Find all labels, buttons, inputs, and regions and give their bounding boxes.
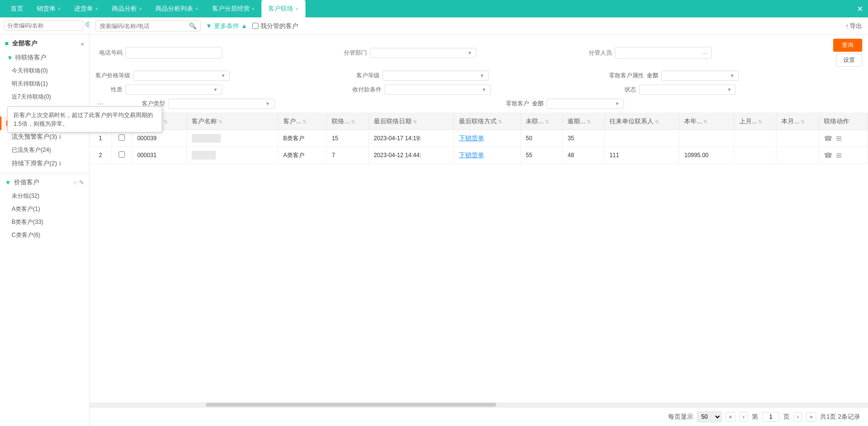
sidebar-item-today[interactable]: 今天待联络(0) bbox=[0, 64, 89, 77]
filter-label-payment: 收付款条件 bbox=[352, 86, 381, 94]
row-checkbox-2[interactable] bbox=[119, 151, 125, 158]
nav-customer-contact-close[interactable]: × bbox=[295, 0, 298, 17]
info-icon3: ℹ bbox=[59, 161, 61, 167]
nav-purchase-close[interactable]: × bbox=[95, 0, 98, 17]
nav-customer-tier[interactable]: 客户分层经营 × bbox=[205, 0, 261, 17]
nav-customer-tier-close[interactable]: × bbox=[252, 0, 255, 17]
row-checkbox-1[interactable] bbox=[119, 134, 125, 141]
th-contact-count[interactable]: 联络...⇅ bbox=[327, 113, 368, 130]
sidebar-value-customer: ▼ 价值客户 ○ ✎ bbox=[0, 175, 89, 190]
filter-input-person[interactable] bbox=[619, 49, 702, 56]
filter-select-retail-customer[interactable]: ▼ bbox=[547, 99, 624, 109]
th-last-contact-date[interactable]: 最后联络日期⇅ bbox=[368, 113, 454, 130]
action-phone-icon-2[interactable]: ☎ bbox=[824, 151, 832, 159]
nav-product-analysis-close[interactable]: × bbox=[139, 0, 142, 17]
th-overdue[interactable]: 逾期...⇅ bbox=[563, 113, 604, 130]
nav-sales[interactable]: 销货单 × bbox=[30, 0, 67, 17]
action-grid-icon-1[interactable]: ⊞ bbox=[836, 134, 842, 142]
setting-button[interactable]: 设置 bbox=[836, 54, 862, 67]
filter-more-conditions[interactable]: ▼ 更多条件 ▲ bbox=[206, 22, 247, 30]
first-page-button[interactable]: « bbox=[726, 412, 736, 422]
filter-select-nature[interactable]: ▼ bbox=[125, 85, 222, 95]
export-button[interactable]: ↑ 导出 bbox=[846, 22, 863, 30]
top-nav: 首页 销货单 × 进货单 × 商品分析 × 商品分析列表 × 客户分层经营 × … bbox=[0, 0, 868, 17]
filter-select-retail-attr[interactable]: ▼ bbox=[661, 71, 739, 81]
td-overdue-1: 35 bbox=[563, 130, 604, 147]
nav-purchase[interactable]: 进货单 × bbox=[67, 0, 105, 17]
td-last-contact-date-2: 2023-04-12 14:44: bbox=[368, 147, 454, 164]
window-close-icon[interactable]: ✕ bbox=[857, 4, 863, 14]
sort-icon-contact: ⇅ bbox=[351, 119, 355, 124]
th-uncontact[interactable]: 未联...⇅ bbox=[520, 113, 562, 130]
dots-icon[interactable]: ··· bbox=[702, 49, 707, 57]
sidebar-item-tomorrow[interactable]: 明天待联络(1) bbox=[0, 77, 89, 90]
filter-field-price-level: 客户价格等级 ▼ bbox=[95, 71, 349, 81]
nav-customer-contact[interactable]: 客户联络 × bbox=[261, 0, 305, 17]
td-action-1: ☎ ⊞ bbox=[819, 130, 868, 147]
per-page-select[interactable]: 50 20 100 bbox=[697, 411, 722, 422]
my-customers-checkbox[interactable] bbox=[252, 23, 259, 29]
td-this-month-2 bbox=[777, 147, 819, 164]
filter-select-customer-type[interactable]: ▼ bbox=[168, 99, 274, 109]
filter-field-status: 状态 ▼ bbox=[609, 85, 862, 95]
nav-product-list-close[interactable]: × bbox=[195, 0, 198, 17]
table-area: ⚙ 客户编码⇅ 客户名称⇅ 客户...⇅ bbox=[90, 113, 868, 402]
nav-sales-close[interactable]: × bbox=[58, 0, 61, 17]
sidebar-all-customers[interactable]: ■ 全部客户 « bbox=[0, 36, 89, 51]
sidebar-item-b-class[interactable]: B类客户(33) bbox=[0, 216, 89, 229]
filter-field-phone: 电话号码 bbox=[95, 47, 336, 59]
sort-icon-level: ⇅ bbox=[303, 119, 306, 124]
scrollbar-thumb[interactable] bbox=[206, 403, 496, 407]
sidebar-item-c-class[interactable]: C类客户(6) bbox=[0, 229, 89, 242]
filter-label-status: 状态 bbox=[609, 86, 636, 94]
filter-select-price-level[interactable]: ▼ bbox=[133, 71, 230, 81]
action-grid-icon-2[interactable]: ⊞ bbox=[836, 151, 842, 159]
filter-field-retail-customer: 零散客户 全部 ▼ bbox=[502, 99, 862, 109]
th-last-contact-method[interactable]: 最后联络方式⇅ bbox=[454, 113, 520, 130]
filter-select-payment[interactable]: ▼ bbox=[384, 85, 491, 95]
sidebar-group-pending-title[interactable]: ▼ 待联络客户 bbox=[0, 51, 89, 64]
th-name[interactable]: 客户名称⇅ bbox=[187, 113, 278, 130]
current-page-input[interactable] bbox=[762, 412, 779, 422]
triangle-icon: ▼ bbox=[5, 179, 11, 186]
prev-page-button[interactable]: ‹ bbox=[739, 412, 748, 422]
sort-icon-code: ⇅ bbox=[164, 119, 168, 124]
sidebar-config-icon[interactable]: ✎ bbox=[79, 179, 84, 186]
sidebar-item-churned[interactable]: 已流失客户(24) bbox=[0, 144, 89, 157]
sidebar-item-declining[interactable]: 持续下滑客户(2) ℹ bbox=[0, 157, 89, 170]
sidebar-search-button[interactable]: 🔍 bbox=[85, 22, 90, 29]
nav-home[interactable]: 首页 bbox=[4, 0, 30, 17]
filter-label-dept: 分管部门 bbox=[340, 49, 367, 57]
sidebar-item-7days[interactable]: 近7天待联络(0) bbox=[0, 90, 89, 103]
th-this-year[interactable]: 本年...⇅ bbox=[679, 113, 734, 130]
th-this-month[interactable]: 本月...⇅ bbox=[777, 113, 819, 130]
td-this-year-1 bbox=[679, 130, 734, 147]
th-level[interactable]: 客户...⇅ bbox=[278, 113, 327, 130]
query-button[interactable]: 查询 bbox=[833, 39, 862, 52]
filter-input-phone[interactable] bbox=[125, 47, 222, 59]
filter-search-icon[interactable]: 🔍 bbox=[189, 22, 197, 29]
filter-select-customer-level[interactable]: ▼ bbox=[382, 71, 489, 81]
filter-search-input[interactable] bbox=[100, 23, 187, 29]
nav-product-list[interactable]: 商品分析列表 × bbox=[149, 0, 205, 17]
th-last-month[interactable]: 上月...⇅ bbox=[734, 113, 777, 130]
contact-method-link-2[interactable]: 下销货单 bbox=[459, 151, 484, 159]
contact-method-link-1[interactable]: 下销货单 bbox=[459, 134, 484, 142]
sidebar-item-unclassified[interactable]: 未分组(32) bbox=[0, 190, 89, 203]
filter-select-status[interactable]: ▼ bbox=[639, 85, 736, 95]
filter-label-person: 分管人员 bbox=[585, 49, 612, 57]
action-phone-icon-1[interactable]: ☎ bbox=[824, 134, 832, 142]
sidebar-edit-icon[interactable]: ○ bbox=[73, 179, 77, 186]
chevron-down-icon5: ▼ bbox=[213, 87, 218, 92]
sidebar-search-input[interactable] bbox=[4, 20, 83, 31]
filter-label-phone: 电话号码 bbox=[95, 49, 122, 57]
th-contact-person[interactable]: 往来单位联系人⇅ bbox=[604, 113, 679, 130]
next-page-button[interactable]: › bbox=[793, 412, 802, 422]
last-page-button[interactable]: » bbox=[806, 412, 816, 422]
sort-icon-date: ⇅ bbox=[413, 119, 417, 124]
nav-product-analysis[interactable]: 商品分析 × bbox=[105, 0, 149, 17]
sidebar-item-a-class[interactable]: A类客户(1) bbox=[0, 203, 89, 216]
filter-select-dept[interactable]: ▼ bbox=[370, 48, 476, 58]
sidebar-collapse-icon[interactable]: « bbox=[81, 40, 84, 47]
horizontal-scrollbar[interactable] bbox=[90, 402, 868, 407]
